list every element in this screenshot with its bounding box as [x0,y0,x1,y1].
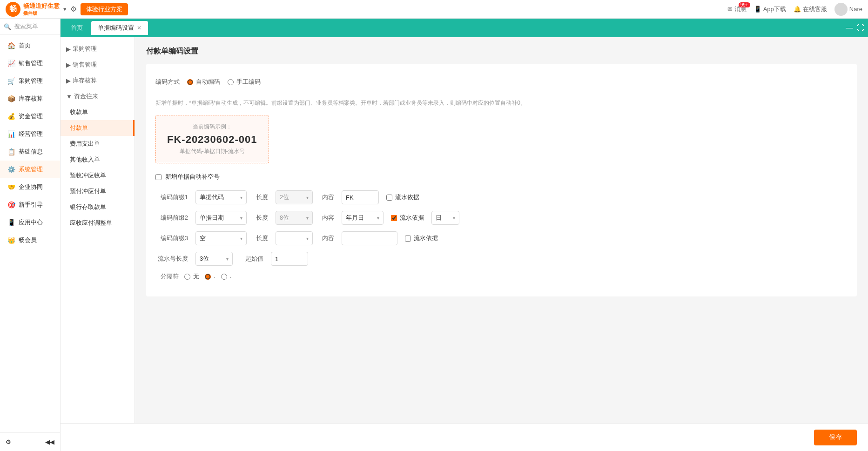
search-icon: 🔍 [4,23,11,30]
collab-icon: 🤝 [7,183,15,191]
sep-none-option[interactable]: 无 [184,272,199,281]
serial2-check: 流水依据 [391,214,424,222]
content1-input[interactable] [342,190,379,204]
sidebar-item-label: 畅会员 [19,236,37,244]
sidebar-item-member[interactable]: 👑 畅会员 [0,231,60,249]
sub-header-purchase[interactable]: ▶ 采购管理 [61,41,135,57]
sub-item-other-income[interactable]: 其他收入单 [61,152,135,168]
user-info[interactable]: Nare [834,3,862,16]
sub-item-pre-payment[interactable]: 预付冲应付单 [61,183,135,199]
chevron-down-icon: ▾ [226,256,229,262]
length2-value: 8位 [280,214,289,222]
chevron-down-icon: ▾ [377,215,379,221]
manual-code-option[interactable]: 手工编码 [228,78,261,86]
tab-code-setting[interactable]: 单据编码设置 ✕ [91,21,148,35]
sidebar-item-system[interactable]: ⚙️ 系统管理 [0,161,60,178]
auto-fill-row: 新增单据自动补空号 [155,173,848,181]
content3-input[interactable] [342,231,397,245]
app-name: 畅通道好生意 [23,2,60,10]
sub-header-sales[interactable]: ▶ 销售管理 [61,57,135,73]
app-download-btn[interactable]: 📱 App下载 [754,5,786,13]
sub-item-adjust[interactable]: 应收应付调整单 [61,215,135,231]
settings-icon[interactable]: ⚙ [6,438,11,445]
basic-icon: 📋 [7,148,15,155]
serial-len-select[interactable]: 3位 ▾ [195,252,233,266]
sidebar-item-appstore[interactable]: 📱 应用中心 [0,214,60,231]
tab-home[interactable]: 首页 [64,21,89,35]
code-method-row: 编码方式 自动编码 手工编码 [155,73,848,91]
sidebar-item-collab[interactable]: 🤝 企业协同 [0,178,60,196]
sidebar-item-home[interactable]: 🏠 首页 [0,37,60,54]
sidebar-search[interactable]: 🔍 搜索菜单 [0,19,60,35]
sep-dot-radio[interactable] [205,274,211,280]
prefix2-select[interactable]: 单据日期 ▾ [195,211,247,225]
separator-row: 分隔符 无 · · [155,272,848,281]
dropdown-arrow: ▾ [63,6,67,13]
sidebar-item-guide[interactable]: 🎯 新手引导 [0,196,60,214]
chevron-down-icon: ▾ [240,236,242,241]
online-service-btn[interactable]: 🔔 在线客服 [794,5,827,13]
sub-item-pre-receipt[interactable]: 预收冲应收单 [61,168,135,183]
sidebar-item-sales[interactable]: 📈 销售管理 [0,54,60,72]
serial3-checkbox[interactable] [405,236,411,242]
content2-select[interactable]: 年月日 ▾ [342,211,384,225]
serial2-unit-select[interactable]: 日 ▾ [431,211,459,225]
sep-other-option[interactable]: · [221,273,232,280]
sep-other-label: · [230,273,232,280]
save-button[interactable]: 保存 [814,430,857,445]
auto-fill-checkbox[interactable] [155,174,161,180]
message-btn[interactable]: ✉ 消息 99+ [727,5,747,13]
auto-code-option[interactable]: 自动编码 [187,78,220,86]
user-avatar [834,3,848,16]
sub-item-payment[interactable]: 付款单 [61,120,135,136]
length1-label: 长度 [254,193,268,202]
serial2-checkbox[interactable] [391,215,397,221]
sidebar-item-label: 企业协同 [19,183,43,191]
sub-header-capital[interactable]: ▼ 资金往来 [61,88,135,104]
chevron-down-icon: ▾ [240,195,242,200]
sub-header-inventory-label: 库存核算 [73,76,97,85]
manual-code-radio[interactable] [228,79,234,85]
sidebar-item-purchase[interactable]: 🛒 采购管理 [0,72,60,90]
sidebar-item-inventory[interactable]: 📦 库存核算 [0,90,60,108]
tab-close-icon[interactable]: ✕ [137,25,141,31]
prefix1-row: 编码前缀1 单据代码 ▾ 长度 2位 ▾ 内容 [155,190,848,204]
start-input[interactable] [271,252,308,266]
sidebar-item-finance[interactable]: 💰 资金管理 [0,108,60,125]
user-name: Nare [849,6,862,13]
app-download-label: App下载 [763,5,786,13]
sub-item-expense[interactable]: 费用支出单 [61,136,135,152]
sub-header-inventory[interactable]: ▶ 库存核算 [61,73,135,88]
sidebar-item-label: 首页 [19,41,31,50]
service-icon: 🔔 [794,6,801,13]
serial1-checkbox[interactable] [386,195,392,201]
prefix3-select[interactable]: 空 ▾ [195,231,247,245]
tab-bar: 首页 单据编码设置 ✕ — ⛶ [61,19,868,37]
sidebar-item-basic[interactable]: 📋 基础信息 [0,143,60,161]
serial-len-row: 流水号长度 3位 ▾ 起始值 [155,252,848,266]
collapse-icon[interactable]: ◀◀ [45,438,54,445]
dropdown-trigger[interactable]: ▾ [63,6,67,13]
sep-other-radio[interactable] [221,274,227,280]
sub-item-receipt[interactable]: 收款单 [61,104,135,120]
prefix2-value: 单据日期 [200,214,224,222]
preview-box: 当前编码示例： FK-20230602-001 单据代码-单据日期-流水号 [155,115,269,163]
main-panel: 付款单编码设置 编码方式 自动编码 手工编码 [135,37,868,423]
prefix1-select[interactable]: 单据代码 ▾ [195,190,247,204]
operation-icon: 📊 [7,130,15,138]
length3-select[interactable]: ▾ [276,231,313,245]
sep-dot-option[interactable]: · [205,273,215,280]
trial-btn[interactable]: 体验行业方案 [81,3,128,15]
gear-icon[interactable]: ⚙ [70,5,77,13]
sidebar-item-operation[interactable]: 📊 经营管理 [0,125,60,143]
content2-value: 年月日 [346,214,364,222]
minimize-icon[interactable]: — [846,24,853,32]
sub-item-bank[interactable]: 银行存取款单 [61,199,135,215]
sidebar-item-label: 销售管理 [19,59,43,67]
sep-none-radio[interactable] [184,274,190,280]
chevron-down-icon: ▼ [66,93,72,100]
sep-dot-label: · [214,273,215,280]
auto-code-radio[interactable] [187,79,193,85]
hint-text: 新增单据时，*单据编码*自动生成，不可编辑。前缀设置为部门、业务员等档案类。开单… [155,99,848,108]
maximize-icon[interactable]: ⛶ [857,24,864,32]
